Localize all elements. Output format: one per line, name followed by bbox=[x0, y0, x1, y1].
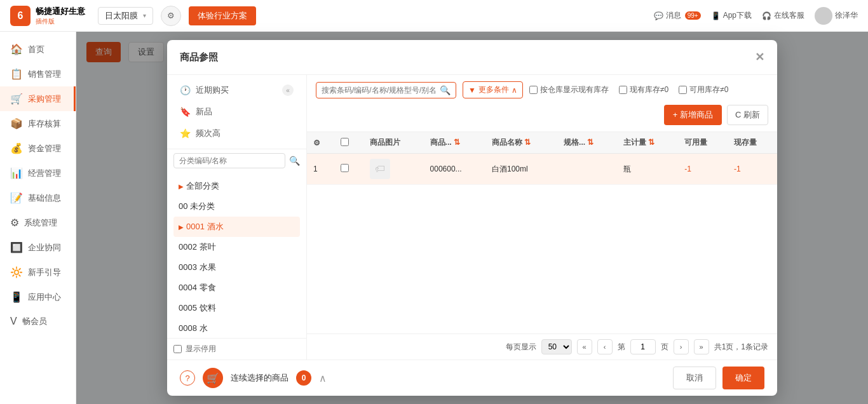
row-unit: 瓶 bbox=[617, 154, 678, 185]
new-products-item[interactable]: 🔖 新品 bbox=[173, 102, 300, 122]
stock-checkbox-label[interactable]: 现有库存≠0 bbox=[619, 84, 668, 95]
modal-close-button[interactable]: ✕ bbox=[755, 50, 764, 64]
sidebar-item-home[interactable]: 🏠 首页 bbox=[0, 37, 76, 62]
sidebar-item-sales[interactable]: 📋 销售管理 bbox=[0, 62, 76, 86]
col-available[interactable]: 可用量 bbox=[678, 132, 728, 154]
help-icon[interactable]: ? bbox=[180, 370, 195, 386]
category-tree: ▶ 全部分类 00 未分类 ▶ 0001 酒水 0002 茶 bbox=[167, 172, 306, 338]
page-input[interactable]: 1 bbox=[630, 339, 656, 354]
search-icon[interactable]: 🔍 bbox=[440, 85, 451, 95]
sidebar-item-finance[interactable]: 💰 资金管理 bbox=[0, 136, 76, 161]
row-name: 白酒100ml bbox=[485, 154, 557, 185]
page-prev-button[interactable]: ‹ bbox=[597, 339, 613, 354]
sales-icon: 📋 bbox=[10, 68, 23, 80]
product-reference-modal: 商品参照 ✕ 🕐 近期购买 « bbox=[167, 40, 777, 396]
cat-item-fruit[interactable]: 0003 水果 bbox=[173, 257, 300, 278]
sidebar-item-system[interactable]: ⚙ 系统管理 bbox=[0, 210, 76, 235]
page-next-button[interactable]: › bbox=[674, 339, 689, 354]
row-checkbox-cell[interactable] bbox=[334, 154, 363, 185]
main-layout: 🏠 首页 📋 销售管理 🛒 采购管理 📦 库存核算 💰 资金管理 📊 经营管理 … bbox=[0, 32, 868, 404]
app-download-nav-item[interactable]: 📱 App下载 bbox=[711, 10, 752, 21]
headset-icon: 🎧 bbox=[762, 11, 771, 20]
col-stock[interactable]: 现存量 bbox=[728, 132, 777, 154]
col-image: 商品图片 bbox=[363, 132, 424, 154]
sidebar-item-business[interactable]: 📊 经营管理 bbox=[0, 161, 76, 185]
user-nav-item[interactable]: 徐泽华 bbox=[815, 7, 858, 25]
cat-item-all[interactable]: ▶ 全部分类 bbox=[173, 176, 300, 196]
app-icon: 📱 bbox=[10, 291, 23, 303]
cat-item-uncat[interactable]: 00 未分类 bbox=[173, 196, 300, 217]
cat-item-alcohol[interactable]: ▶ 0001 酒水 bbox=[173, 217, 300, 237]
nav-right: 💬 消息 99+ 📱 App下载 🎧 在线客服 徐泽华 bbox=[654, 7, 858, 25]
show-disabled-checkbox[interactable] bbox=[173, 345, 182, 353]
sidebar-item-enterprise[interactable]: 🔲 企业协同 bbox=[0, 235, 76, 260]
messages-nav-item[interactable]: 💬 消息 99+ bbox=[654, 10, 701, 21]
table-row[interactable]: 1 🏷 000600... 白酒100ml bbox=[307, 154, 777, 185]
sidebar-item-inventory[interactable]: 📦 库存核算 bbox=[0, 111, 76, 136]
available-checkbox[interactable] bbox=[679, 86, 687, 94]
store-selector[interactable]: 日太阳膜 ▾ bbox=[98, 7, 153, 25]
page-prefix-label: 第 bbox=[618, 342, 625, 353]
sidebar-item-purchase[interactable]: 🛒 采购管理 bbox=[0, 86, 76, 111]
row-checkbox[interactable] bbox=[341, 164, 349, 172]
filter-icon: ▼ bbox=[468, 86, 476, 95]
filter-checkboxes: 按仓库显示现有库存 现有库存≠0 可用库存≠0 bbox=[529, 84, 729, 95]
service-nav-item[interactable]: 🎧 在线客服 bbox=[762, 10, 804, 21]
page-total-info: 共1页，1条记录 bbox=[714, 342, 768, 353]
selected-count-badge: 0 bbox=[296, 370, 311, 386]
experience-button[interactable]: 体验行业方案 bbox=[189, 6, 256, 25]
chevron-up-icon: ∧ bbox=[512, 86, 517, 95]
add-product-button[interactable]: + 新增商品 bbox=[664, 105, 722, 125]
col-spec[interactable]: 规格... ⇅ bbox=[557, 132, 617, 154]
page-first-button[interactable]: « bbox=[577, 339, 592, 354]
product-toolbar: 🔍 ▼ 更多条件 ∧ 按仓库显示现有库存 bbox=[307, 75, 777, 132]
modal-body: 🕐 近期购买 « 🔖 新品 ⭐ 频次高 bbox=[167, 75, 777, 360]
cart-button[interactable]: 🛒 bbox=[203, 368, 223, 388]
frequent-item[interactable]: ⭐ 频次高 bbox=[173, 123, 300, 144]
settings-icon[interactable]: ⚙ bbox=[161, 6, 181, 26]
sidebar-item-member[interactable]: V 畅会员 bbox=[0, 309, 76, 333]
sidebar-item-basic[interactable]: 📝 基础信息 bbox=[0, 185, 76, 210]
col-code[interactable]: 商品... ⇅ bbox=[424, 132, 485, 154]
warehouse-checkbox-label[interactable]: 按仓库显示现有库存 bbox=[529, 84, 609, 95]
warehouse-checkbox[interactable] bbox=[529, 86, 538, 94]
show-disabled-row: 显示停用 bbox=[167, 338, 306, 360]
col-name[interactable]: 商品名称 ⇅ bbox=[485, 132, 557, 154]
sidebar-item-guide[interactable]: 🔆 新手引导 bbox=[0, 260, 76, 285]
sidebar-item-app[interactable]: 📱 应用中心 bbox=[0, 285, 76, 309]
collapse-button[interactable]: « bbox=[282, 84, 294, 96]
col-check[interactable] bbox=[334, 132, 363, 154]
cat-item-tea[interactable]: 0002 茶叶 bbox=[173, 237, 300, 257]
refresh-button[interactable]: C 刷新 bbox=[727, 105, 768, 125]
per-page-select[interactable]: 50 bbox=[541, 339, 572, 354]
product-search-input[interactable] bbox=[322, 86, 436, 95]
row-index: 1 bbox=[307, 154, 334, 185]
filter-button[interactable]: ▼ 更多条件 ∧ bbox=[463, 81, 523, 98]
per-page-label: 每页显示 bbox=[506, 342, 536, 353]
category-search-input[interactable] bbox=[173, 153, 285, 168]
category-search-icon[interactable]: 🔍 bbox=[289, 156, 300, 166]
col-config[interactable]: ⚙ bbox=[307, 132, 334, 154]
cat-item-snack[interactable]: 0004 零食 bbox=[173, 278, 300, 298]
logo-area: 6 畅捷通好生意 插件版 bbox=[10, 6, 85, 26]
avatar bbox=[815, 7, 832, 25]
cat-item-water[interactable]: 0008 水 bbox=[173, 318, 300, 338]
category-search-row: 🔍 bbox=[167, 149, 306, 172]
chevron-up-icon[interactable]: ∧ bbox=[319, 372, 327, 384]
home-icon: 🏠 bbox=[10, 43, 23, 55]
product-search-bar: 🔍 bbox=[316, 82, 456, 98]
recent-purchases-item[interactable]: 🕐 近期购买 « bbox=[173, 80, 300, 100]
message-icon: 💬 bbox=[654, 11, 663, 20]
page-last-button[interactable]: » bbox=[694, 339, 709, 354]
select-all-checkbox[interactable] bbox=[341, 138, 349, 146]
footer-actions: 取消 确定 bbox=[673, 367, 764, 389]
confirm-button[interactable]: 确定 bbox=[722, 367, 764, 389]
purchase-icon: 🛒 bbox=[10, 93, 23, 105]
cat-item-drink[interactable]: 0005 饮料 bbox=[173, 298, 300, 318]
cancel-button[interactable]: 取消 bbox=[673, 367, 716, 389]
stock-checkbox[interactable] bbox=[619, 86, 627, 94]
pagination: 每页显示 50 « ‹ 第 1 页 › » 共1页，1条记录 bbox=[307, 333, 777, 360]
expand-icon-2: ▶ bbox=[179, 224, 184, 231]
col-unit[interactable]: 主计量 ⇅ bbox=[617, 132, 678, 154]
available-checkbox-label[interactable]: 可用库存≠0 bbox=[679, 84, 728, 95]
